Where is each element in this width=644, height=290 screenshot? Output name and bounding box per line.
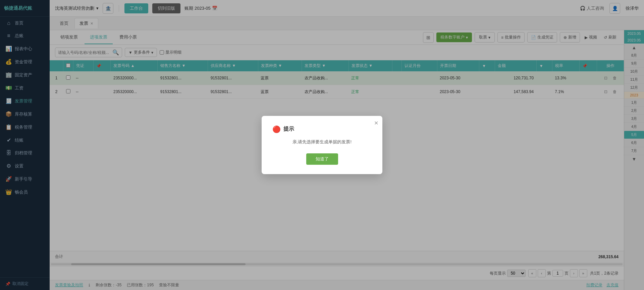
modal-dialog: ✕ 🔴 提示 亲,请先选择要生成单据的发票! 知道了 <box>262 116 382 174</box>
modal-message: 亲,请先选择要生成单据的发票! <box>292 139 352 146</box>
warning-icon: 🔴 <box>272 125 281 133</box>
modal-title: 提示 <box>283 126 294 133</box>
modal-close-btn[interactable]: ✕ <box>374 120 378 126</box>
modal-confirm-btn[interactable]: 知道了 <box>306 153 338 165</box>
modal-overlay: ✕ 🔴 提示 亲,请先选择要生成单据的发票! 知道了 <box>0 0 644 290</box>
modal-title-row: 🔴 提示 <box>272 125 294 133</box>
